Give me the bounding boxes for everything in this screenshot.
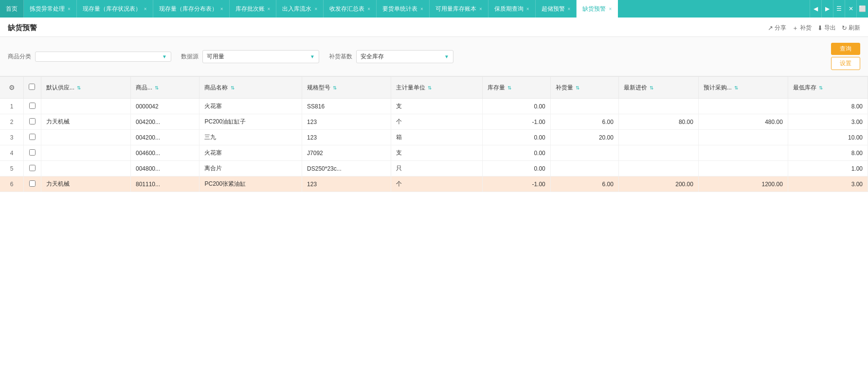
refresh-button[interactable]: ↻ 刷新	[842, 24, 860, 32]
cell-checkbox-4[interactable]	[24, 161, 41, 176]
row-checkbox-1[interactable]	[29, 118, 36, 124]
settings-button[interactable]: 设置	[831, 57, 860, 70]
tab-close-overstock[interactable]: ×	[568, 6, 571, 12]
col-replenish-qty[interactable]: 补货量 ⇅	[550, 77, 618, 99]
cell-checkbox-0[interactable]	[24, 99, 41, 114]
col-product-code[interactable]: 商品... ⇅	[130, 77, 199, 99]
sort-icon-replenish: ⇅	[576, 85, 579, 90]
row-checkbox-0[interactable]	[29, 103, 36, 109]
tab-close-all-button[interactable]: ✕	[845, 0, 856, 18]
cell-unit-4: 只	[391, 161, 482, 176]
replenish-base-filter-group: 补货基数 安全库存 ▼	[329, 50, 453, 63]
tab-home[interactable]: 首页	[0, 0, 24, 18]
col-latest-price[interactable]: 最新进价 ⇅	[618, 77, 698, 99]
replenish-button[interactable]: ＋ 补货	[792, 24, 812, 33]
tab-close-expiry-query[interactable]: ×	[526, 6, 529, 12]
datasource-select-value: 可用量	[207, 53, 224, 61]
row-checkbox-4[interactable]	[29, 165, 36, 171]
tab-prev-button[interactable]: ◀	[810, 0, 821, 18]
tab-close-exception[interactable]: ×	[68, 6, 71, 12]
cell-stock-0: 0.00	[482, 99, 550, 114]
col-product-name[interactable]: 商品名称 ⇅	[199, 77, 302, 99]
cell-stock-3: 0.00	[482, 145, 550, 161]
datasource-select[interactable]: 可用量 ▼	[202, 50, 319, 63]
header-actions: ↗ 分享 ＋ 补货 ⬇ 导出 ↻ 刷新	[768, 24, 860, 33]
sort-icon-spec: ⇅	[333, 85, 337, 90]
cell-checkbox-2[interactable]	[24, 130, 41, 145]
cell-spec-5: 123	[302, 176, 391, 192]
main-content: 缺货预警 ↗ 分享 ＋ 补货 ⬇ 导出 ↻ 刷新 商品分类	[0, 18, 868, 387]
export-button[interactable]: ⬇ 导出	[817, 24, 836, 32]
category-label: 商品分类	[8, 53, 31, 61]
cell-code-1: 004200...	[130, 114, 199, 130]
cell-num-4: 5	[0, 161, 24, 176]
col-min-stock[interactable]: 最低库存 ⇅	[788, 77, 868, 99]
tab-close-inventory-status[interactable]: ×	[144, 6, 147, 12]
tab-close-inventory-dist[interactable]: ×	[220, 6, 223, 12]
tab-next-button[interactable]: ▶	[821, 0, 833, 18]
tab-restore-button[interactable]: ⬜	[856, 0, 868, 18]
tab-close-receive-summary[interactable]: ×	[367, 6, 370, 12]
gear-button[interactable]: ⚙	[5, 81, 18, 94]
cell-checkbox-1[interactable]	[24, 114, 41, 130]
query-button[interactable]: 查询	[831, 43, 860, 55]
filter-bar: 商品分类 ▼ 数据源 可用量 ▼ 补货基数 安全库存 ▼ 查询 设置	[0, 37, 868, 76]
cell-supplier-1: 力天机械	[41, 114, 131, 130]
tab-batch-account[interactable]: 库存批次账 ×	[230, 0, 277, 18]
col-stock[interactable]: 库存量 ⇅	[482, 77, 550, 99]
cell-estimated-5: 1200.00	[698, 176, 788, 192]
cell-estimated-0	[698, 99, 788, 114]
tab-inout-flow[interactable]: 出入库流水 ×	[276, 0, 324, 18]
replenish-base-select[interactable]: 安全库存 ▼	[356, 50, 453, 63]
cell-replenish-2: 20.00	[550, 130, 618, 145]
tab-receive-summary[interactable]: 收发存汇总表 ×	[324, 0, 377, 18]
cell-name-0: 火花塞	[199, 99, 302, 114]
tab-close-inout-flow[interactable]: ×	[314, 6, 317, 12]
col-estimated-purchase[interactable]: 预计采购... ⇅	[698, 77, 788, 99]
tab-order-stats[interactable]: 要货单统计表 ×	[377, 0, 430, 18]
replenish-icon: ＋	[792, 24, 798, 33]
tab-close-shortage[interactable]: ×	[609, 6, 612, 12]
cell-num-1: 2	[0, 114, 24, 130]
row-checkbox-5[interactable]	[29, 180, 36, 187]
cell-num-3: 4	[0, 145, 24, 161]
cell-num-0: 1	[0, 99, 24, 114]
sort-icon-stock: ⇅	[507, 85, 511, 90]
cell-unit-2: 箱	[391, 130, 482, 145]
col-unit[interactable]: 主计量单位 ⇅	[391, 77, 482, 99]
sort-icon-name: ⇅	[231, 85, 235, 90]
category-select[interactable]: ▼	[35, 52, 171, 62]
tab-available-ledger[interactable]: 可用量库存账本 ×	[430, 0, 488, 18]
tab-close-order-stats[interactable]: ×	[420, 6, 423, 12]
sort-icon-unit: ⇅	[428, 85, 432, 90]
tab-close-available-ledger[interactable]: ×	[479, 6, 482, 12]
tab-exception[interactable]: 拣货异常处理 ×	[24, 0, 77, 18]
tab-menu-button[interactable]: ☰	[833, 0, 845, 18]
cell-minstock-5: 3.00	[788, 176, 868, 192]
refresh-icon: ↻	[842, 24, 847, 32]
cell-checkbox-5[interactable]	[24, 176, 41, 192]
row-checkbox-2[interactable]	[29, 134, 36, 140]
tab-shortage[interactable]: 缺货预警 ×	[577, 0, 618, 18]
sort-icon-supplier: ⇅	[77, 85, 81, 90]
select-all-checkbox[interactable]	[29, 84, 35, 90]
cell-spec-4: DS250*23c...	[302, 161, 391, 176]
tab-overstock[interactable]: 超储预警 ×	[536, 0, 577, 18]
tab-inventory-dist[interactable]: 现存量（库存分布表） ×	[153, 0, 230, 18]
cell-checkbox-3[interactable]	[24, 145, 41, 161]
share-button[interactable]: ↗ 分享	[768, 24, 786, 32]
cell-minstock-0: 8.00	[788, 99, 868, 114]
cell-supplier-2	[41, 130, 131, 145]
tab-inventory-status[interactable]: 现存量（库存状况表） ×	[77, 0, 153, 18]
table-body: 1 0000042 火花塞 SS816 支 0.00 8.00 2 力天机械 0…	[0, 99, 868, 192]
tab-close-batch-account[interactable]: ×	[268, 6, 271, 12]
col-default-supplier[interactable]: 默认供应... ⇅	[41, 77, 131, 99]
cell-spec-1: 123	[302, 114, 391, 130]
row-checkbox-3[interactable]	[29, 149, 36, 156]
cell-unit-0: 支	[391, 99, 482, 114]
cell-unit-3: 支	[391, 145, 482, 161]
sort-icon-code: ⇅	[155, 85, 159, 90]
col-spec[interactable]: 规格型号 ⇅	[302, 77, 391, 99]
tab-expiry-query[interactable]: 保质期查询 ×	[488, 0, 536, 18]
cell-price-2	[618, 130, 698, 145]
